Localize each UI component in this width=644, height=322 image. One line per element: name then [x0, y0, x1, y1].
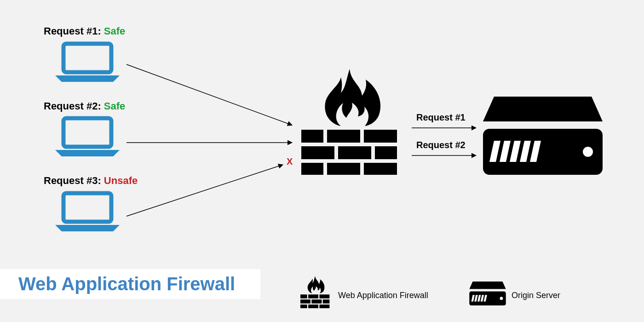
- svg-rect-19: [300, 294, 307, 299]
- request-3-prefix: Request #3:: [44, 175, 104, 186]
- request-3-label: Request #3: Unsafe: [44, 175, 138, 187]
- request-3-status: Unsafe: [104, 175, 138, 186]
- svg-rect-27: [319, 305, 329, 308]
- request-2-prefix: Request #2:: [44, 100, 104, 112]
- passed-request-1: Request #1: [416, 112, 466, 123]
- diagram-canvas: Request #1: Safe Request #2: Safe Reques…: [0, 0, 644, 322]
- svg-rect-11: [301, 146, 334, 159]
- svg-line-3: [126, 64, 292, 125]
- laptop-icon: [55, 191, 120, 232]
- legend-server-icon: [469, 282, 506, 307]
- request-2-status: Safe: [104, 100, 125, 112]
- diagram-title: Web Application Firewall: [0, 269, 260, 299]
- svg-rect-9: [327, 130, 360, 143]
- svg-rect-20: [308, 294, 318, 299]
- svg-rect-8: [301, 130, 323, 143]
- passed-request-2: Request #2: [416, 140, 466, 150]
- legend-server-label: Origin Server: [512, 291, 560, 300]
- svg-rect-10: [364, 130, 397, 143]
- svg-rect-14: [301, 163, 323, 175]
- svg-rect-23: [311, 299, 322, 304]
- laptop-icon: [55, 41, 120, 83]
- svg-rect-13: [375, 146, 397, 159]
- svg-rect-0: [63, 44, 111, 72]
- legend-firewall-icon: [299, 276, 331, 308]
- svg-rect-12: [338, 146, 371, 159]
- request-1-status: Safe: [104, 25, 125, 37]
- svg-rect-24: [323, 299, 330, 304]
- legend-firewall-label: Web Application Firewall: [338, 291, 428, 300]
- svg-rect-16: [364, 163, 397, 175]
- svg-point-29: [500, 297, 503, 300]
- request-2-label: Request #2: Safe: [44, 100, 125, 112]
- svg-line-5: [126, 165, 283, 216]
- request-1-label: Request #1: Safe: [44, 25, 125, 37]
- svg-rect-15: [327, 163, 360, 175]
- firewall-icon: [297, 69, 402, 175]
- svg-rect-21: [319, 294, 329, 299]
- request-1-prefix: Request #1:: [44, 25, 104, 37]
- svg-rect-2: [63, 193, 111, 222]
- svg-rect-26: [308, 305, 318, 308]
- svg-point-18: [583, 147, 593, 157]
- svg-rect-22: [300, 299, 310, 304]
- laptop-icon: [55, 116, 120, 157]
- svg-rect-1: [63, 118, 111, 147]
- block-mark: X: [287, 156, 293, 167]
- server-icon: [483, 97, 603, 179]
- svg-rect-25: [300, 305, 307, 308]
